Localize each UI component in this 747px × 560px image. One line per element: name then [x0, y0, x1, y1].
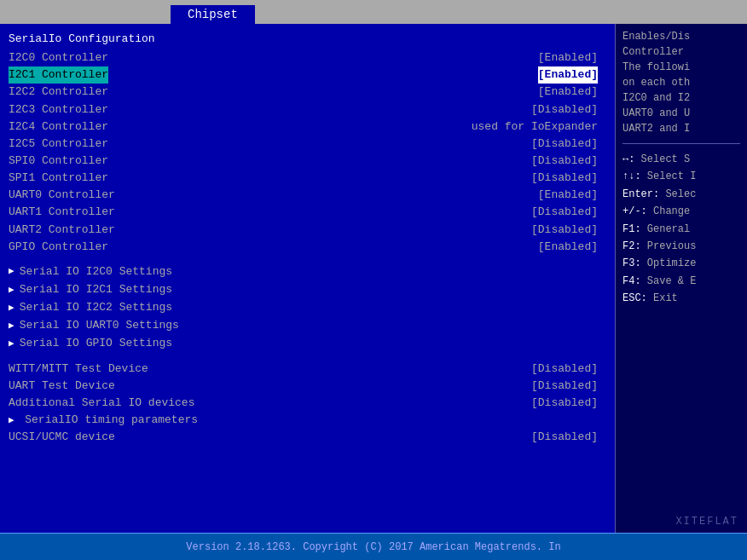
key-hint-key: ESC:: [622, 292, 653, 304]
key-hint-key: F3:: [622, 257, 647, 269]
bios-screen: Chipset SerialIo Configuration I2C0 Cont…: [0, 0, 747, 560]
config-label: I2C4 Controller: [9, 118, 108, 136]
nav-item[interactable]: ▶Serial IO GPIO Settings: [9, 335, 606, 352]
config-value[interactable]: [Enabled]: [538, 49, 598, 66]
nav-arrow-icon: ▶: [9, 264, 14, 279]
status-bar: Version 2.18.1263. Copyright (C) 2017 Am…: [0, 533, 747, 560]
config-label: WITT/MITT Test Device: [9, 361, 148, 378]
config-value[interactable]: [Disabled]: [531, 170, 598, 187]
nav-arrow-icon: ▶: [9, 301, 14, 315]
config-row: Additional Serial IO devices[Disabled]: [9, 395, 606, 412]
config-value[interactable]: [Disabled]: [531, 361, 598, 378]
key-hint-key: F4:: [622, 275, 647, 287]
config-value[interactable]: [Disabled]: [531, 395, 598, 412]
config-row[interactable]: I2C1 Controller[Enabled]: [9, 66, 606, 84]
config-label: UART1 Controller: [9, 204, 115, 221]
key-hint-key: ↔:: [622, 153, 641, 165]
key-hint: F4: Save & E: [622, 273, 740, 290]
config-row: SPI0 Controller[Disabled]: [9, 153, 606, 170]
config-row: UART1 Controller[Disabled]: [9, 204, 606, 221]
config-row: I2C4 Controllerused for IoExpander: [9, 118, 606, 136]
key-hint: +/-: Change: [622, 203, 740, 220]
help-line: UART0 and U: [622, 106, 740, 121]
config-row: GPIO Controller[Enabled]: [9, 239, 606, 256]
config-value[interactable]: [Disabled]: [531, 429, 598, 446]
nav-item[interactable]: ▶Serial IO UART0 Settings: [9, 317, 606, 334]
config-row: UART Test Device[Disabled]: [9, 378, 606, 395]
nav-arrow-icon: ▶: [9, 337, 14, 351]
key-hint: F3: Optimize: [622, 255, 740, 272]
config-value[interactable]: [Disabled]: [531, 153, 598, 170]
key-hint-key: Enter:: [622, 188, 665, 200]
nav-arrow-icon: ▶: [9, 283, 14, 297]
config-value[interactable]: [Disabled]: [531, 136, 598, 153]
key-hint-desc: Exit: [653, 292, 678, 304]
status-text: Version 2.18.1263. Copyright (C) 2017 Am…: [186, 541, 560, 553]
key-hint-key: ↑↓:: [622, 170, 647, 182]
config-value[interactable]: [Enabled]: [538, 239, 598, 256]
config-row: I2C3 Controller[Disabled]: [9, 101, 606, 118]
config-value[interactable]: [Disabled]: [531, 378, 598, 395]
main-content: SerialIo Configuration I2C0 Controller[E…: [0, 24, 747, 533]
tab-bar: Chipset: [0, 0, 747, 24]
key-hint-key: F2:: [622, 240, 647, 252]
key-hints: ↔: Select S↑↓: Select IEnter: Selec+/-: …: [622, 151, 740, 308]
config-rows: I2C0 Controller[Enabled]I2C1 Controller[…: [9, 49, 606, 256]
help-line: on each oth: [622, 75, 740, 90]
key-hint-desc: General: [647, 223, 690, 235]
key-hint-desc: Previous: [647, 240, 697, 252]
nav-item-label: Serial IO GPIO Settings: [20, 335, 172, 352]
help-line: I2C0 and I2: [622, 90, 740, 106]
help-line: UART2 and I: [622, 121, 740, 136]
left-panel: SerialIo Configuration I2C0 Controller[E…: [0, 24, 615, 533]
config-row: SPI1 Controller[Disabled]: [9, 170, 606, 187]
config-label: I2C0 Controller: [9, 49, 108, 66]
nav-arrow-icon: ▶: [9, 319, 14, 333]
config-label: UART0 Controller: [9, 187, 115, 204]
config-value[interactable]: [Disabled]: [531, 101, 598, 118]
help-line: Enables/Dis: [622, 29, 740, 44]
config-row: I2C5 Controller[Disabled]: [9, 136, 606, 153]
config-label: I2C5 Controller: [9, 136, 108, 153]
config-row: UCSI/UCMC device[Disabled]: [9, 429, 606, 446]
nav-item-label: Serial IO I2C2 Settings: [20, 299, 172, 316]
config-value[interactable]: [Enabled]: [538, 84, 598, 101]
config-row: ▶ SerialIO timing parameters: [9, 412, 606, 429]
nav-item-label: Serial IO UART0 Settings: [20, 317, 179, 334]
config-value[interactable]: [Enabled]: [538, 66, 598, 84]
config-value[interactable]: [Enabled]: [538, 187, 598, 204]
config-row: I2C2 Controller[Enabled]: [9, 84, 606, 101]
config-label: I2C2 Controller: [9, 84, 108, 101]
config-value[interactable]: used for IoExpander: [472, 118, 598, 136]
config-value[interactable]: [Disabled]: [531, 222, 598, 239]
config-label: GPIO Controller: [9, 239, 108, 256]
key-hint-desc: Selec: [665, 188, 696, 200]
key-hint: F2: Previous: [622, 238, 740, 255]
nav-item[interactable]: ▶Serial IO I2C2 Settings: [9, 299, 606, 316]
key-hint: ESC: Exit: [622, 290, 740, 307]
config-label: UART Test Device: [9, 378, 115, 395]
nav-item-label: Serial IO I2C1 Settings: [20, 281, 172, 298]
key-hint: Enter: Selec: [622, 186, 740, 203]
key-hint-desc: Optimize: [647, 257, 697, 269]
nav-arrow-icon: ▶: [9, 415, 20, 425]
key-hint-desc: Select S: [641, 153, 691, 165]
config-value[interactable]: [Disabled]: [531, 204, 598, 221]
config-label: UCSI/UCMC device: [9, 429, 115, 446]
nav-item[interactable]: ▶Serial IO I2C0 Settings: [9, 263, 606, 280]
key-hint: F1: General: [622, 221, 740, 238]
config-row: UART2 Controller[Disabled]: [9, 222, 606, 239]
config-label: ▶ SerialIO timing parameters: [9, 412, 198, 429]
tab-chipset[interactable]: Chipset: [171, 5, 255, 24]
config-label: I2C1 Controller: [9, 66, 108, 84]
nav-items: ▶Serial IO I2C0 Settings▶Serial IO I2C1 …: [9, 263, 606, 353]
key-hint: ↑↓: Select I: [622, 168, 740, 185]
config-label: I2C3 Controller: [9, 101, 108, 118]
right-panel: Enables/DisControllerThe followion each …: [615, 24, 747, 533]
help-text: Enables/DisControllerThe followion each …: [622, 29, 740, 136]
help-line: The followi: [622, 60, 740, 75]
config-label: Additional Serial IO devices: [9, 395, 194, 412]
config-label: SPI1 Controller: [9, 170, 108, 187]
nav-item[interactable]: ▶Serial IO I2C1 Settings: [9, 281, 606, 298]
key-hint-key: +/-:: [622, 205, 653, 217]
